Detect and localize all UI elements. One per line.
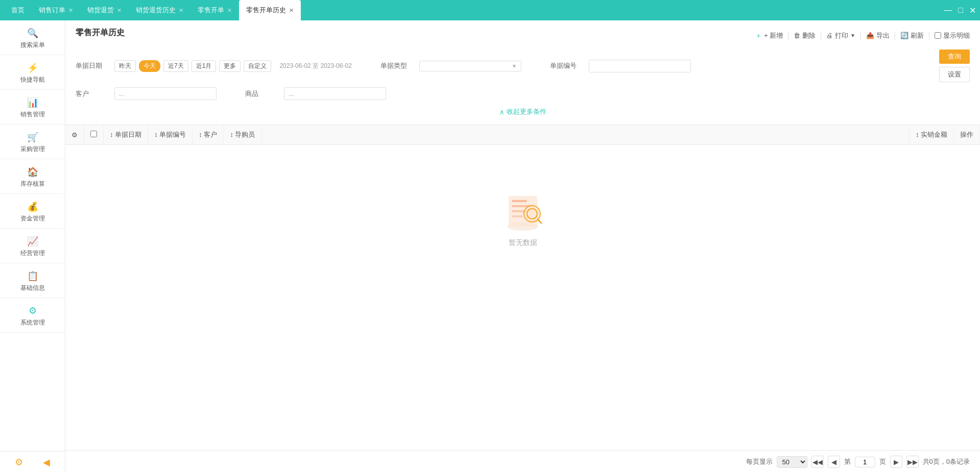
delete-label: 删除 [802, 31, 816, 40]
next-page-button[interactable]: ▶ [890, 456, 902, 468]
add-label: + 新增 [764, 31, 783, 40]
add-icon: ＋ [755, 31, 762, 40]
type-dropdown-icon: ▼ [512, 63, 517, 69]
per-page-select[interactable]: 50 10 20 100 [777, 456, 807, 468]
sidebar-item-finance[interactable]: 💰 资金管理 [0, 194, 65, 229]
select-all-checkbox[interactable] [90, 131, 97, 137]
tab-retail-open-history[interactable]: 零售开单历史✕ [239, 0, 301, 20]
th-date-label: ↕ 单据日期 [110, 131, 141, 138]
sidebar-item-inventory[interactable]: 🏠 库存核算 [0, 159, 65, 194]
th-salesperson-label: ↕ 导购员 [230, 131, 255, 138]
page-title: 零售开单历史 [76, 28, 125, 38]
divider-1 [788, 32, 788, 40]
page-number-input[interactable] [855, 457, 875, 467]
add-button[interactable]: ＋ + 新增 [755, 29, 783, 42]
tab-close-sales-order[interactable]: ✕ [68, 7, 73, 14]
tab-close-retail-open-history[interactable]: ✕ [289, 7, 294, 14]
th-date[interactable]: ↕ 单据日期 [104, 125, 148, 145]
top-bar: 首页销售订单✕销货退货✕销货退货历史✕零售开单✕零售开单历史✕ — □ ✕ [0, 0, 980, 20]
date-more[interactable]: 更多 [219, 60, 241, 72]
sidebar-item-search[interactable]: 🔍 搜索采单 [0, 20, 65, 55]
sidebar: 🔍 搜索采单 ⚡ 快捷导航 📊 销售管理 🛒 采购管理 🏠 库存核算 💰 资金管… [0, 20, 65, 473]
close-button[interactable]: ✕ [969, 6, 976, 15]
sidebar-label-purchase: 采购管理 [20, 145, 45, 154]
display-detail-checkbox[interactable] [935, 32, 941, 39]
date-today[interactable]: 今天 [139, 60, 160, 72]
display-detail-check[interactable]: 显示明细 [935, 31, 970, 40]
last-page-button[interactable]: ▶▶ [906, 456, 919, 468]
collapse-icon[interactable]: ◀ [43, 457, 50, 468]
page-label: 第 [844, 457, 851, 466]
pagination: 每页显示 50 10 20 100 ◀◀ ◀ 第 页 ▶ ▶▶ 共0页，0条记录 [65, 450, 980, 473]
sidebar-icon-sales: 📊 [27, 97, 38, 108]
maximize-button[interactable]: □ [958, 6, 963, 15]
th-operation: 操作 [954, 125, 980, 145]
export-button[interactable]: 📤 导出 [866, 29, 890, 42]
sidebar-label-operations: 经营管理 [20, 249, 45, 258]
sidebar-label-sales: 销售管理 [20, 110, 45, 119]
svg-line-8 [538, 219, 541, 223]
minimize-button[interactable]: — [944, 6, 952, 15]
tab-close-sales-return-history[interactable]: ✕ [179, 7, 183, 14]
date-7days[interactable]: 近7天 [163, 60, 188, 72]
goods-select[interactable]: ... [284, 87, 386, 100]
print-button[interactable]: 🖨 打印 ▼ [826, 29, 855, 42]
tab-sales-return-history[interactable]: 销货退货历史✕ [129, 0, 190, 20]
delete-button[interactable]: 🗑 删除 [794, 29, 816, 42]
sidebar-item-purchase[interactable]: 🛒 采购管理 [0, 125, 65, 159]
collapse-icon: ∧ [499, 108, 505, 116]
tab-sales-return[interactable]: 销货退货✕ [80, 0, 129, 20]
main-layout: 🔍 搜索采单 ⚡ 快捷导航 📊 销售管理 🛒 采购管理 🏠 库存核算 💰 资金管… [0, 20, 980, 473]
th-operation-label: 操作 [960, 131, 973, 138]
tab-sales-order[interactable]: 销售订单✕ [32, 0, 80, 20]
window-actions: — □ ✕ [944, 6, 976, 15]
first-page-button[interactable]: ◀◀ [811, 456, 824, 468]
sidebar-icon-basic-info: 📋 [27, 270, 38, 282]
tab-home[interactable]: 首页 [4, 0, 32, 20]
th-check[interactable] [84, 125, 104, 145]
sidebar-label-search: 搜索采单 [20, 41, 45, 49]
sidebar-icon-inventory: 🏠 [27, 166, 38, 178]
date-1month[interactable]: 近1月 [192, 60, 217, 72]
total-text: 共0页，0条记录 [923, 457, 970, 466]
date-range-text: 2023-06-02 至 2023-06-02 [279, 62, 351, 70]
settings-button[interactable]: 设置 [939, 67, 970, 82]
sidebar-label-inventory: 库存核算 [20, 180, 45, 188]
th-customer[interactable]: ↕ 客户 [193, 125, 224, 145]
type-select[interactable]: ▼ [419, 61, 521, 71]
refresh-label: 刷新 [911, 31, 924, 40]
prev-page-button[interactable]: ◀ [828, 456, 840, 468]
order-no-input[interactable] [589, 60, 691, 72]
sidebar-item-operations[interactable]: 📈 经营管理 [0, 229, 65, 263]
tab-retail-open[interactable]: 零售开单✕ [190, 0, 239, 20]
type-label: 单据类型 [380, 61, 411, 70]
th-amount-label: ↕ 实销金额 [916, 131, 947, 138]
date-yesterday[interactable]: 昨天 [114, 60, 136, 72]
refresh-button[interactable]: 🔄 刷新 [900, 29, 924, 42]
sidebar-icon-system: ⚙ [29, 305, 37, 316]
print-icon: 🖨 [826, 32, 833, 39]
sidebar-item-quick-nav[interactable]: ⚡ 快捷导航 [0, 55, 65, 90]
th-amount[interactable]: ↕ 实销金额 [909, 125, 953, 145]
query-button[interactable]: 查询 [939, 49, 970, 64]
th-settings[interactable]: ⚙ [65, 125, 84, 145]
collapse-conditions[interactable]: ∧ 收起更多条件 [76, 105, 970, 118]
sidebar-item-sales[interactable]: 📊 销售管理 [0, 90, 65, 125]
divider-2 [821, 32, 821, 40]
th-salesperson[interactable]: ↕ 导购员 [224, 125, 261, 145]
settings-icon[interactable]: ⚙ [15, 457, 23, 468]
date-custom[interactable]: 自定义 [244, 60, 271, 72]
tab-close-sales-return[interactable]: ✕ [117, 7, 122, 14]
sidebar-icon-quick-nav: ⚡ [27, 62, 38, 73]
sidebar-icon-finance: 💰 [27, 201, 38, 212]
date-options: 昨天 今天 近7天 近1月 更多 自定义 [114, 60, 271, 72]
goods-placeholder: ... [289, 90, 294, 97]
sidebar-item-basic-info[interactable]: 📋 基础信息 [0, 263, 65, 298]
tab-close-retail-open[interactable]: ✕ [227, 7, 232, 14]
print-label: 打印 [835, 31, 848, 40]
customer-select[interactable]: ... [114, 87, 217, 100]
th-order-no[interactable]: ↕ 单据编号 [148, 125, 193, 145]
per-page-label: 每页显示 [746, 457, 773, 466]
divider-5 [929, 32, 929, 40]
sidebar-item-system[interactable]: ⚙ 系统管理 [0, 298, 65, 333]
